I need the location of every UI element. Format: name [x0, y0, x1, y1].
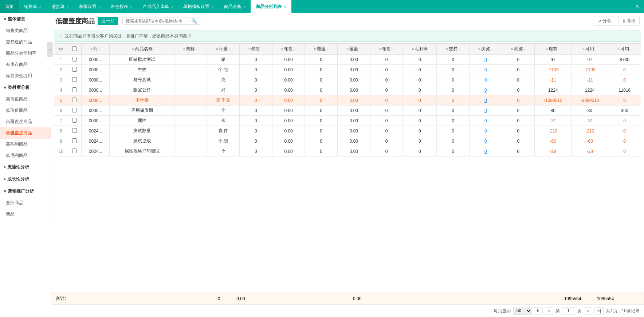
export-button[interactable]: ⬆ 导出	[618, 16, 640, 26]
browse1[interactable]: 0	[469, 146, 502, 156]
browse1[interactable]: 0	[469, 126, 502, 136]
sale-amount-column-header[interactable]: ⇅销售...	[272, 44, 305, 55]
name-column-header[interactable]: ⇅商品名称	[110, 44, 174, 55]
share-button[interactable]: ↗ 分享	[594, 16, 615, 26]
page-size-select[interactable]: 50 100 200	[513, 307, 532, 315]
close-icon[interactable]: ×	[211, 4, 213, 9]
close-icon[interactable]: ×	[171, 4, 173, 9]
close-icon[interactable]: ×	[130, 4, 132, 9]
nav-item-sales[interactable]: 销售单 ×	[19, 0, 46, 13]
sidebar-section-overall[interactable]: ∨ 整体信息	[0, 13, 51, 25]
row-checkbox[interactable]	[68, 136, 81, 146]
filter-recent-month-button[interactable]: 近一月	[98, 17, 118, 25]
spec-column-header[interactable]: ⇅规格...	[174, 44, 207, 55]
row-select-checkbox[interactable]	[72, 108, 77, 112]
settings-column-header[interactable]: ⚙	[54, 44, 68, 55]
close-icon[interactable]: ×	[98, 4, 101, 9]
nav-item-production[interactable]: 产成品入库单 ×	[138, 0, 178, 13]
browse1-column-header[interactable]: ⇅浏览...	[469, 44, 502, 55]
cover2-column-header[interactable]: ⇅覆盖...	[338, 44, 370, 55]
row-checkbox[interactable]	[68, 95, 81, 106]
close-icon[interactable]: ×	[243, 4, 246, 9]
available-column-header[interactable]: ⇅可用...	[572, 44, 608, 55]
row-checkbox[interactable]	[68, 55, 81, 65]
gross-rate-column-header[interactable]: ⇅毛利率	[403, 44, 437, 55]
sidebar-section-growth[interactable]: > 成长性分析	[0, 173, 51, 185]
checkbox-column-header[interactable]	[68, 44, 81, 55]
sidebar-collapse-button[interactable]: «	[47, 42, 53, 57]
nav-item-home[interactable]: 首页	[0, 0, 19, 13]
sidebar-item-high-margin[interactable]: 高毛利商品	[0, 139, 51, 150]
search-icon[interactable]: 🔍	[191, 18, 197, 24]
row-select-checkbox[interactable]	[72, 148, 77, 153]
select-all-checkbox[interactable]	[72, 46, 77, 51]
row-select-checkbox[interactable]	[72, 77, 77, 82]
browse1[interactable]: 0	[469, 55, 502, 65]
nav-item-analysis[interactable]: 商品分析 ×	[219, 0, 251, 13]
first-page-button[interactable]: K	[534, 307, 543, 314]
sidebar-section-flow[interactable]: > 流通性分析	[0, 161, 51, 173]
row-checkbox[interactable]	[68, 75, 81, 85]
browse1[interactable]: 0	[469, 75, 502, 85]
sidebar-item-capital-usage[interactable]: 库存资金占用	[0, 70, 51, 82]
browse2-column-header[interactable]: ⇅浏览...	[502, 44, 535, 55]
current-stock-column-header[interactable]: ⇅现有...	[535, 44, 572, 55]
sidebar-item-low-value[interactable]: 低价值商品	[0, 105, 51, 116]
saleable-column-header[interactable]: ⇅可销...	[608, 44, 641, 55]
sidebar-section-marketing[interactable]: ∨ 营销推广分析	[0, 185, 51, 197]
next-page-button[interactable]: >	[584, 307, 592, 314]
row-checkbox[interactable]	[68, 146, 81, 156]
search-input[interactable]	[126, 19, 191, 24]
row-select-checkbox[interactable]	[72, 87, 77, 92]
sidebar-item-category-rate[interactable]: 商品分类动销率	[0, 48, 51, 59]
cover1-column-header[interactable]: ⇅覆盖...	[305, 44, 338, 55]
table-container[interactable]: ⚙ ⇅商... ⇅商品名称 ⇅规格... ⇅计量... ⇅销售... ⇅销售..…	[54, 43, 641, 293]
row-select-checkbox[interactable]	[72, 118, 77, 123]
chevron-down-icon: ∨	[4, 17, 6, 21]
sidebar-item-all-goods[interactable]: 全部商品	[0, 197, 51, 209]
nav-item-template[interactable]: 单据模板设置 ×	[178, 0, 219, 13]
sale3-column-header[interactable]: ⇅销售...	[370, 44, 403, 55]
browse1[interactable]: 0	[469, 116, 502, 126]
row-select-checkbox[interactable]	[72, 128, 77, 133]
row-select-checkbox[interactable]	[72, 57, 77, 62]
nav-item-analysis-list[interactable]: 商品分析列表 ×	[251, 0, 291, 13]
browse1[interactable]: 0	[469, 136, 502, 146]
sidebar-item-low-coverage[interactable]: 低覆盖度商品	[0, 127, 51, 139]
row-select-checkbox[interactable]	[72, 138, 77, 143]
code-column-header[interactable]: ⇅商...	[81, 44, 109, 55]
row-checkbox[interactable]	[68, 65, 81, 75]
browse1[interactable]: 0	[469, 65, 502, 75]
unit-column-header[interactable]: ⇅计量...	[207, 44, 240, 55]
row-select-checkbox[interactable]	[72, 98, 77, 102]
last-page-button[interactable]: >|	[594, 307, 604, 314]
current-stock: -210	[535, 126, 572, 136]
nav-item-purchase[interactable]: 进货单 ×	[46, 0, 74, 13]
row-checkbox[interactable]	[68, 106, 81, 116]
browse1[interactable]: 0	[469, 85, 502, 95]
sidebar-item-low-margin[interactable]: 低毛利商品	[0, 150, 51, 161]
trade-column-header[interactable]: ⇅交易...	[437, 44, 470, 55]
sidebar-item-traded-goods[interactable]: 交易过的商品	[0, 36, 51, 48]
row-select-checkbox[interactable]	[72, 67, 77, 72]
close-icon[interactable]: ×	[39, 4, 41, 9]
sidebar-item-high-value[interactable]: 高价值商品	[0, 94, 51, 105]
page-number-input[interactable]	[562, 307, 575, 314]
sidebar-item-sales-goods[interactable]: 销售类商品	[0, 25, 51, 36]
sidebar-item-new-goods[interactable]: 新品	[0, 209, 51, 220]
browse1[interactable]: 0	[469, 106, 502, 116]
browse1[interactable]: 0	[469, 95, 502, 106]
sidebar-item-high-coverage[interactable]: 高覆盖度商品	[0, 116, 51, 127]
nav-item-roles[interactable]: 角色授权 ×	[106, 0, 137, 13]
nav-item-permissions[interactable]: 权限设置 ×	[74, 0, 106, 13]
window-close-button[interactable]: ×	[631, 0, 644, 13]
sidebar-item-stocked-goods[interactable]: 有库存商品	[0, 59, 51, 70]
sale-count-column-header[interactable]: ⇅销售...	[240, 44, 272, 55]
sidebar-section-coverage[interactable]: ∨ 类射度分析	[0, 82, 51, 94]
close-icon[interactable]: ×	[284, 4, 286, 9]
row-checkbox[interactable]	[68, 116, 81, 126]
row-checkbox[interactable]	[68, 85, 81, 95]
close-icon[interactable]: ×	[66, 4, 68, 9]
prev-page-button[interactable]: <	[545, 307, 553, 314]
row-checkbox[interactable]	[68, 126, 81, 136]
